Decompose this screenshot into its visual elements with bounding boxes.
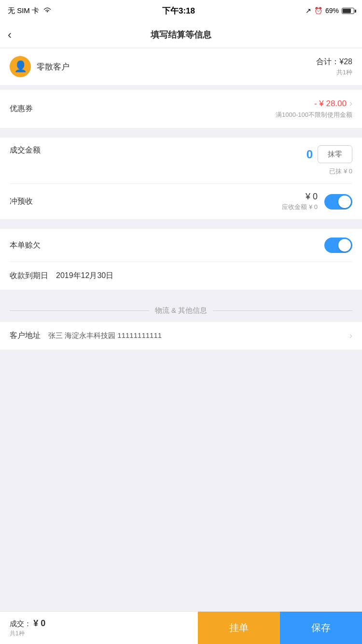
deal-amount-card: 成交金额 0 抹零 已抹 ¥ 0 冲预收 ¥ 0 应收金额 ¥ 0 <box>0 138 362 219</box>
status-time: 下午3:18 <box>162 5 195 16</box>
customer-left: 👤 零散客户 <box>10 56 70 77</box>
sim-status: 无 SIM 卡 <box>8 6 39 15</box>
due-date-value: 2019年12月30日 <box>56 271 113 281</box>
bottom-deal-line: 成交： ¥ 0 <box>10 618 188 629</box>
credit-label: 本单赊欠 <box>10 240 41 251</box>
round-zero-button[interactable]: 抹零 <box>318 145 352 163</box>
bottom-deal-amount: ¥ 0 <box>33 618 45 628</box>
prepay-right: ¥ 0 应收金额 ¥ 0 <box>282 192 352 211</box>
status-right: ↗ ⏰ 69% <box>306 7 354 14</box>
credit-card: 本单赊欠 收款到期日 2019年12月30日 <box>0 229 362 290</box>
prepay-toggle[interactable] <box>324 194 352 210</box>
address-chevron-icon: › <box>349 331 352 341</box>
content: 👤 零散客户 合计：¥28 共1种 优惠券 - ¥ 28.00 › 满1000-… <box>0 48 362 393</box>
address-row[interactable]: 客户地址 张三 海淀永丰科技园 11111111111 › <box>0 322 362 350</box>
customer-right: 合计：¥28 共1种 <box>316 57 352 77</box>
deal-amount-sub: 已抹 ¥ 0 <box>329 167 352 176</box>
coupon-sub-text: 满1000-100不限制使用金额 <box>276 111 352 119</box>
coupon-row[interactable]: 优惠券 - ¥ 28.00 › 满1000-100不限制使用金额 <box>0 90 362 128</box>
prepay-receivable: 应收金额 ¥ 0 <box>282 203 318 211</box>
save-button[interactable]: 保存 <box>280 612 362 644</box>
section-gap-1 <box>0 133 362 138</box>
customer-count: 共1种 <box>316 68 352 77</box>
prepay-amount: ¥ 0 <box>282 192 318 202</box>
location-icon: ↗ <box>306 7 311 14</box>
due-date-row: 收款到期日 2019年12月30日 <box>0 262 362 290</box>
page-title: 填写结算等信息 <box>151 29 211 41</box>
back-button[interactable]: ‹ <box>8 28 12 42</box>
customer-row: 👤 零散客户 合计：¥28 共1种 <box>0 48 362 85</box>
customer-name: 零散客户 <box>37 61 70 72</box>
credit-toggle[interactable] <box>324 238 352 253</box>
section-gap-3 <box>0 294 362 299</box>
coupon-value: - ¥ 28.00 <box>314 99 347 109</box>
logistics-header: 物流 & 其他信息 <box>0 299 362 322</box>
credit-toggle-thumb <box>338 239 351 252</box>
status-left: 无 SIM 卡 <box>8 6 52 15</box>
status-bar: 无 SIM 卡 下午3:18 ↗ ⏰ 69% <box>0 0 362 21</box>
coupon-label: 优惠券 <box>10 104 33 114</box>
bottom-info: 成交： ¥ 0 共1种 <box>0 618 198 638</box>
address-value: 张三 海淀永丰科技园 11111111111 <box>48 331 349 340</box>
wifi-icon <box>43 7 52 15</box>
bottom-bar: 成交： ¥ 0 共1种 挂单 保存 <box>0 611 362 644</box>
prepay-row: 冲预收 ¥ 0 应收金额 ¥ 0 <box>0 184 362 219</box>
bottom-deal-label: 成交： <box>10 619 31 628</box>
coupon-right: - ¥ 28.00 › 满1000-100不限制使用金额 <box>276 98 352 119</box>
battery-icon <box>342 8 354 14</box>
due-date-label: 收款到期日 <box>10 271 48 281</box>
alarm-icon: ⏰ <box>314 7 322 14</box>
avatar-icon: 👤 <box>14 60 27 73</box>
section-gap-2 <box>0 224 362 229</box>
pending-button[interactable]: 挂单 <box>198 612 280 644</box>
address-label: 客户地址 <box>10 331 41 341</box>
nav-bar: ‹ 填写结算等信息 <box>0 21 362 48</box>
divider-line-right <box>213 310 352 311</box>
credit-row: 本单赊欠 <box>0 229 362 262</box>
divider-line-left <box>10 310 149 311</box>
customer-card: 👤 零散客户 合计：¥28 共1种 <box>0 48 362 85</box>
deal-amount-row: 成交金额 0 抹零 已抹 ¥ 0 <box>0 138 362 183</box>
coupon-chevron-icon: › <box>349 98 352 109</box>
amount-input-area: 0 抹零 <box>293 145 352 163</box>
battery-percent: 69% <box>325 7 339 14</box>
bottom-count: 共1种 <box>10 630 188 638</box>
deal-amount-value[interactable]: 0 <box>293 148 313 161</box>
toggle-thumb <box>338 196 351 208</box>
coupon-card: 优惠券 - ¥ 28.00 › 满1000-100不限制使用金额 <box>0 90 362 128</box>
deal-amount-label: 成交金额 <box>10 145 41 155</box>
customer-total: 合计：¥28 <box>316 57 352 67</box>
logistics-label: 物流 & 其他信息 <box>155 306 207 315</box>
customer-avatar: 👤 <box>10 56 31 77</box>
prepay-values: ¥ 0 应收金额 ¥ 0 <box>282 192 318 211</box>
prepay-label: 冲预收 <box>10 196 33 207</box>
address-card: 客户地址 张三 海淀永丰科技园 11111111111 › <box>0 322 362 350</box>
